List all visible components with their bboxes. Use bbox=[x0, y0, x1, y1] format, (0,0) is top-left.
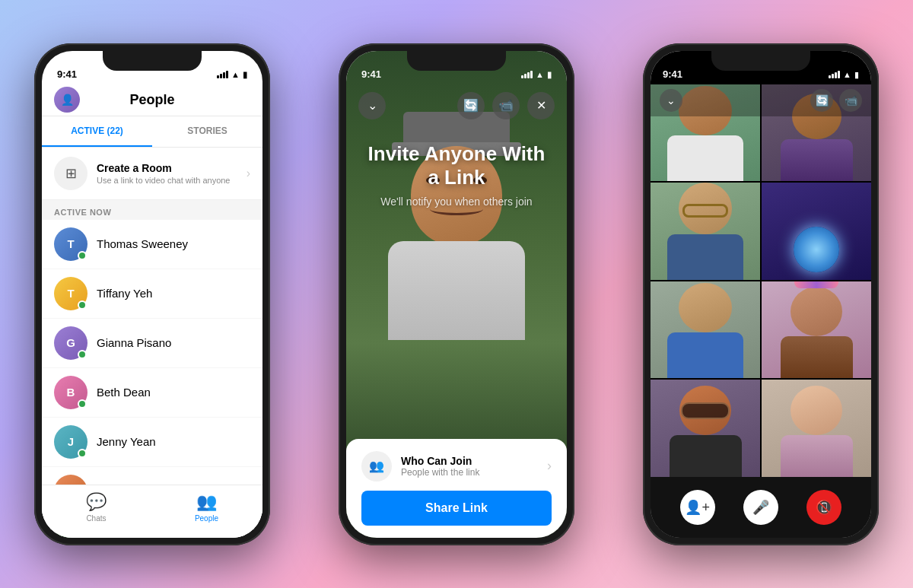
people-header: 👤 People bbox=[42, 84, 262, 116]
notch-3 bbox=[711, 51, 810, 71]
online-indicator bbox=[78, 251, 87, 260]
phone-2: 9:41 ▲ ▮ ⌄ 🔄 📹 ✕ Invite bbox=[339, 43, 574, 545]
phone-2-screen: 9:41 ▲ ▮ ⌄ 🔄 📹 ✕ Invite bbox=[346, 51, 567, 538]
top-right-controls-3: 🔄 📹 bbox=[810, 89, 862, 112]
chevron-right-icon: › bbox=[247, 167, 250, 180]
who-can-join-title: Who Can Join bbox=[401, 455, 547, 467]
online-indicator bbox=[78, 399, 87, 408]
chevron-down-button-3[interactable]: ⌄ bbox=[660, 89, 682, 112]
phone3-content: 9:41 ▲ ▮ ⌄ 🔄 📹 bbox=[651, 51, 871, 538]
contact-name: Tiffany Yeh bbox=[97, 287, 152, 300]
user-avatar[interactable]: 👤 bbox=[54, 87, 80, 113]
invite-text-block: Invite Anyone With a Link We'll notify y… bbox=[346, 142, 567, 208]
phone-3-screen: 9:41 ▲ ▮ ⌄ 🔄 📹 bbox=[651, 51, 871, 538]
video-controls-bar: 👤+ 🎤 📵 bbox=[651, 477, 871, 538]
people-icon: 👥 bbox=[196, 492, 217, 512]
add-person-button[interactable]: 👤+ bbox=[680, 490, 715, 525]
status-icons-3: ▲ ▮ bbox=[829, 70, 859, 80]
status-icons-1: ▲ ▮ bbox=[217, 70, 247, 80]
who-can-join-text: Who Can Join People with the link bbox=[401, 455, 547, 478]
phone-1-screen: 9:41 ▲ ▮ 👤 People bbox=[42, 51, 262, 538]
video-cell-7 bbox=[651, 380, 760, 477]
share-link-button[interactable]: Share Link bbox=[361, 491, 552, 526]
chevron-right-icon: › bbox=[547, 458, 552, 474]
list-item[interactable]: J Jenny Yean bbox=[42, 418, 262, 467]
signal-icon-2 bbox=[521, 71, 533, 78]
status-time-3: 9:41 bbox=[663, 68, 682, 80]
user-avatar-initial: 👤 bbox=[61, 94, 74, 106]
wifi-icon-1: ▲ bbox=[231, 70, 240, 79]
signal-icon-3 bbox=[829, 71, 840, 78]
group-icon: 👥 bbox=[361, 451, 392, 482]
contact-avatar-wrap: J bbox=[54, 425, 87, 459]
list-item[interactable]: T Tiffany Yeh bbox=[42, 269, 262, 319]
create-room-row[interactable]: ⊞ Create a Room Use a link to video chat… bbox=[42, 148, 262, 200]
close-button[interactable]: ✕ bbox=[527, 92, 555, 119]
battery-icon-3: ▮ bbox=[854, 70, 859, 80]
phone-1: 9:41 ▲ ▮ 👤 People bbox=[34, 43, 270, 545]
online-indicator bbox=[78, 300, 87, 310]
video-grid bbox=[651, 84, 871, 477]
nav-people-label: People bbox=[195, 514, 218, 523]
battery-icon-2: ▮ bbox=[547, 70, 552, 80]
create-room-text: Create a Room Use a link to video chat w… bbox=[97, 162, 247, 185]
nav-chats[interactable]: 💬 Chats bbox=[86, 492, 107, 523]
end-call-button[interactable]: 📵 bbox=[806, 490, 841, 525]
video-camera-button[interactable]: 📹 bbox=[492, 92, 520, 119]
list-item[interactable]: B Beth Dean bbox=[42, 368, 262, 418]
tab-stories[interactable]: STORIES bbox=[152, 116, 262, 147]
invite-title: Invite Anyone With a Link bbox=[361, 142, 552, 189]
online-indicator bbox=[78, 350, 87, 359]
tab-active[interactable]: ACTIVE (22) bbox=[42, 116, 152, 147]
contact-avatar-wrap: T bbox=[54, 227, 87, 261]
wifi-icon-2: ▲ bbox=[536, 70, 544, 79]
who-can-join-row[interactable]: 👥 Who Can Join People with the link › bbox=[361, 451, 552, 482]
camera-flip-button-3[interactable]: 🔄 bbox=[810, 89, 833, 112]
status-bar-2: 9:41 ▲ ▮ bbox=[346, 51, 567, 84]
contact-avatar-wrap: G bbox=[54, 326, 87, 360]
top-right-controls: 🔄 📹 ✕ bbox=[457, 92, 555, 119]
contact-name: Gianna Pisano bbox=[97, 336, 171, 349]
notch-1 bbox=[103, 51, 202, 71]
phone1-content: 👤 People ACTIVE (22) STORIES ⊞ Create a … bbox=[42, 84, 262, 538]
camera-flip-button[interactable]: 🔄 bbox=[457, 92, 485, 119]
video-button-3[interactable]: 📹 bbox=[839, 89, 862, 112]
contact-name: Beth Dean bbox=[97, 386, 151, 399]
nav-people[interactable]: 👥 People bbox=[195, 492, 218, 523]
tab-row: ACTIVE (22) STORIES bbox=[42, 116, 262, 148]
contact-avatar-wrap: T bbox=[54, 277, 87, 310]
create-room-subtitle: Use a link to video chat with anyone bbox=[97, 176, 247, 185]
create-room-icon: ⊞ bbox=[54, 157, 87, 190]
video-cell-3 bbox=[651, 183, 760, 280]
contact-avatar-wrap: B bbox=[54, 376, 87, 409]
status-icons-2: ▲ ▮ bbox=[521, 70, 552, 80]
invite-subtitle: We'll notify you when others join bbox=[361, 195, 552, 208]
status-time-2: 9:41 bbox=[361, 68, 381, 80]
wifi-icon-3: ▲ bbox=[843, 70, 851, 79]
chat-bubble-icon: 💬 bbox=[86, 492, 107, 512]
video-cell-4 bbox=[762, 183, 871, 280]
overlay-controls-top: ⌄ 🔄 📹 ✕ bbox=[346, 84, 567, 127]
who-can-join-subtitle: People with the link bbox=[401, 467, 547, 478]
signal-icon-1 bbox=[217, 71, 228, 78]
video-cell-6 bbox=[762, 281, 871, 379]
list-item[interactable]: G Gianna Pisano bbox=[42, 319, 262, 368]
bottom-sheet: 👥 Who Can Join People with the link › Sh… bbox=[346, 439, 567, 538]
video-grid-overlay-top: ⌄ 🔄 📹 bbox=[651, 84, 871, 116]
page-title: People bbox=[129, 92, 174, 108]
online-indicator bbox=[78, 449, 87, 458]
nav-chats-label: Chats bbox=[86, 514, 106, 523]
list-item[interactable]: T Thomas Sweeney bbox=[42, 220, 262, 269]
battery-icon-1: ▮ bbox=[243, 70, 247, 80]
chevron-down-button[interactable]: ⌄ bbox=[358, 92, 386, 119]
create-room-title: Create a Room bbox=[97, 162, 247, 174]
contact-name: Thomas Sweeney bbox=[97, 237, 188, 250]
contact-name: Jenny Yean bbox=[97, 435, 156, 448]
phone-3: 9:41 ▲ ▮ ⌄ 🔄 📹 bbox=[643, 43, 879, 545]
mute-button[interactable]: 🎤 bbox=[743, 490, 778, 525]
bottom-nav: 💬 Chats 👥 People bbox=[42, 485, 262, 538]
active-now-label: ACTIVE NOW bbox=[42, 200, 262, 220]
video-cell-8 bbox=[762, 380, 871, 477]
video-cell-5 bbox=[651, 281, 760, 379]
status-time-1: 9:41 bbox=[57, 68, 77, 80]
